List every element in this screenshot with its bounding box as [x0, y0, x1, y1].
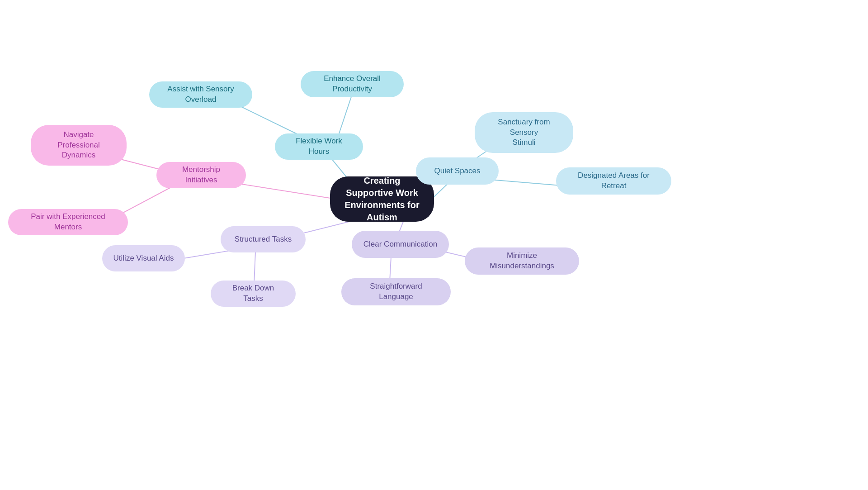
navigate-professional-node: Navigate Professional Dynamics — [31, 125, 127, 166]
pair-mentors-label: Pair with Experienced Mentors — [19, 212, 117, 233]
designated-areas-label: Designated Areas for Retreat — [567, 171, 660, 191]
enhance-productivity-label: Enhance Overall Productivity — [311, 74, 393, 95]
structured-tasks-node: Structured Tasks — [221, 226, 306, 252]
connection-line — [339, 93, 353, 133]
connection-line — [390, 257, 391, 281]
mentorship-label: Mentorship Initiatives — [167, 165, 235, 186]
straightforward-label: Straightforward Language — [352, 281, 440, 302]
assist-sensory-label: Assist with Sensory Overload — [160, 84, 241, 105]
mentorship-node: Mentorship Initiatives — [156, 162, 246, 188]
structured-tasks-label: Structured Tasks — [235, 234, 292, 245]
assist-sensory-node: Assist with Sensory Overload — [149, 81, 252, 108]
clear-communication-node: Clear Communication — [352, 231, 449, 258]
break-down-label: Break Down Tasks — [222, 283, 285, 304]
flexible-work-hours-label: Flexible Work Hours — [286, 136, 352, 157]
quiet-spaces-label: Quiet Spaces — [434, 166, 480, 176]
straightforward-node: Straightforward Language — [341, 278, 451, 305]
minimize-misunderstandings-label: Minimize Misunderstandings — [476, 251, 568, 271]
center-node: Creating Supportive Work Environments fo… — [330, 176, 434, 222]
clear-communication-label: Clear Communication — [363, 239, 437, 250]
pair-mentors-node: Pair with Experienced Mentors — [8, 209, 128, 235]
flexible-work-hours-node: Flexible Work Hours — [275, 133, 363, 160]
navigate-professional-label: Navigate Professional Dynamics — [42, 130, 116, 161]
utilize-visual-label: Utilize Visual Aids — [113, 253, 174, 264]
sanctuary-label: Sanctuary from Sensory Stimuli — [486, 117, 562, 148]
connection-line — [254, 252, 255, 284]
designated-areas-node: Designated Areas for Retreat — [556, 167, 671, 195]
enhance-productivity-node: Enhance Overall Productivity — [301, 71, 404, 97]
center-label: Creating Supportive Work Environments fo… — [341, 175, 423, 224]
break-down-node: Break Down Tasks — [211, 281, 296, 307]
minimize-misunderstandings-node: Minimize Misunderstandings — [465, 247, 579, 275]
sanctuary-node: Sanctuary from Sensory Stimuli — [475, 112, 573, 153]
utilize-visual-node: Utilize Visual Aids — [102, 245, 185, 271]
quiet-spaces-node: Quiet Spaces — [416, 157, 499, 185]
